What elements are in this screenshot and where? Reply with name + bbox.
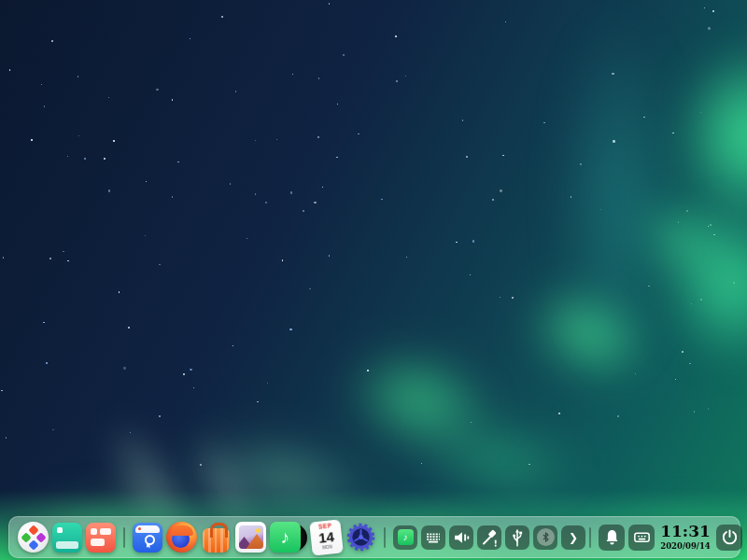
- desktop[interactable]: ♪ SEP 14 MON ♪: [0, 0, 747, 560]
- launcher-diamond-purple: [35, 532, 46, 542]
- power-button[interactable]: [716, 525, 742, 551]
- clock-time: 11:31: [658, 524, 712, 539]
- music-icon[interactable]: ♪: [270, 522, 301, 553]
- power-icon: [719, 526, 740, 548]
- show-desktop-icon[interactable]: [52, 523, 82, 553]
- launcher-diamond-green: [21, 532, 31, 542]
- keyboard-layout-icon[interactable]: [421, 525, 445, 550]
- clock-date: 2020/09/14: [658, 541, 712, 551]
- dock-separator: [589, 527, 591, 548]
- file-manager-icon[interactable]: [133, 523, 162, 553]
- bluetooth-disabled-icon[interactable]: [533, 525, 557, 550]
- calendar-weekday: MON: [322, 544, 332, 550]
- gear-icon: [345, 522, 376, 553]
- music-player-tray-icon[interactable]: ♪: [393, 525, 417, 550]
- music-app[interactable]: ♪: [270, 522, 307, 553]
- firefox-icon[interactable]: [166, 522, 197, 553]
- multitasking-view-icon[interactable]: [86, 523, 116, 553]
- onscreen-keyboard-icon[interactable]: [628, 525, 655, 551]
- chevron-right-icon: ❯: [569, 532, 578, 543]
- photos-icon[interactable]: [235, 522, 266, 553]
- datetime-widget[interactable]: 11:31 2020/09/14: [658, 524, 712, 550]
- music-note-glyph: ♪: [281, 527, 290, 548]
- starfield: [0, 0, 747, 560]
- wired-network-warning-icon[interactable]: [477, 525, 501, 550]
- launcher-icon[interactable]: [18, 522, 49, 553]
- dock: ♪ SEP 14 MON ♪: [8, 516, 740, 558]
- tray-expand-chevron[interactable]: ❯: [561, 525, 585, 550]
- notification-bell-icon[interactable]: [599, 525, 625, 551]
- calendar-day: 14: [317, 528, 334, 544]
- usb-device-icon[interactable]: [505, 525, 529, 550]
- volume-icon[interactable]: [449, 525, 473, 550]
- dock-separator: [123, 527, 125, 548]
- calendar-icon[interactable]: SEP 14 MON: [309, 519, 344, 555]
- launcher-diamond-red: [28, 525, 38, 535]
- app-store-icon[interactable]: [201, 522, 232, 553]
- dock-separator: [384, 527, 386, 548]
- control-center-icon[interactable]: [345, 522, 376, 553]
- sun-dot: [256, 528, 261, 533]
- launcher-diamond-blue: [28, 539, 38, 550]
